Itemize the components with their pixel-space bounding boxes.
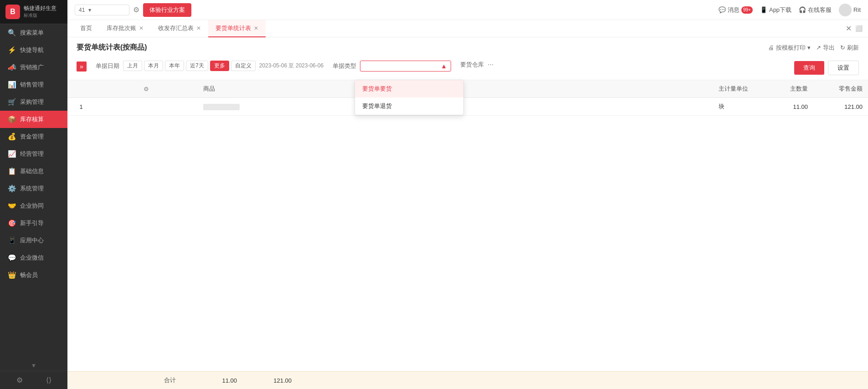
- date-btn-last-month[interactable]: 上月: [123, 61, 142, 71]
- header-actions: 🖨 按模板打印 ▾ ↗ 导出 ↻ 刷新: [768, 44, 859, 52]
- filter-settings-btn[interactable]: 设置: [828, 61, 859, 75]
- sidebar-item-quick-nav[interactable]: ⚡ 快捷导航: [0, 41, 67, 59]
- refresh-icon: ↻: [840, 44, 845, 51]
- topbar-gear-btn[interactable]: ⚙: [133, 5, 139, 14]
- sidebar-scroll-down[interactable]: ▼: [0, 360, 67, 371]
- expand-btn[interactable]: »: [77, 61, 87, 72]
- page-title: 要货单统计表(按商品): [77, 43, 147, 52]
- type-dropdown: 要货单要货 要货单退货: [354, 80, 464, 115]
- avatar: [839, 4, 852, 16]
- tab-reqstat[interactable]: 要货单统计表 ✕: [208, 20, 266, 37]
- logo-text: 畅捷通好生意 标准版: [24, 5, 56, 19]
- sidebar-logo: B 畅捷通好生意 标准版: [0, 0, 67, 24]
- col-header-unit: 主计量单位: [713, 80, 759, 98]
- export-icon: ↗: [816, 44, 821, 51]
- collapse-footer-btn[interactable]: ⟨⟩: [46, 376, 51, 384]
- sidebar-search[interactable]: 🔍 搜索菜单: [0, 24, 67, 41]
- filter-right-btns: 查询 设置: [794, 61, 859, 75]
- footer-amount: 121.00: [237, 377, 292, 384]
- date-btn-this-year[interactable]: 本年: [165, 61, 184, 71]
- org-label: 41: [79, 7, 85, 13]
- tab-home[interactable]: 首页: [73, 20, 99, 37]
- print-icon: 🖨: [768, 44, 774, 51]
- export-btn[interactable]: ↗ 导出: [816, 44, 835, 52]
- warehouse-filter-group: 要货仓库 ···: [460, 61, 493, 69]
- sidebar: B 畅捷通好生意 标准版 🔍 搜索菜单 ⚡ 快捷导航 📣 营销推广 📊 销售管理…: [0, 0, 67, 389]
- table-footer: 合计 11.00 121.00: [67, 371, 868, 389]
- logo-icon: B: [5, 5, 20, 19]
- sidebar-item-guide[interactable]: 🎯 新手引导: [0, 215, 67, 232]
- sidebar-item-wecom[interactable]: 💬 企业微信: [0, 249, 67, 266]
- quick-nav-icon: ⚡: [7, 46, 16, 54]
- settings-footer-btn[interactable]: ⚙: [16, 376, 23, 384]
- sidebar-item-marketing[interactable]: 📣 营销推广: [0, 59, 67, 76]
- finance-icon: 💰: [7, 133, 16, 141]
- table-row: 1 块 11.00 121.00: [67, 98, 868, 116]
- maximize-icon[interactable]: ✕: [846, 24, 852, 33]
- sidebar-item-cooperation[interactable]: 🤝 企业协同: [0, 197, 67, 215]
- tab-shipreceive[interactable]: 收发存汇总表 ✕: [151, 20, 208, 37]
- col-header-amount: 零售金额: [813, 80, 868, 98]
- col-header-num: [67, 80, 95, 98]
- sidebar-item-appstore[interactable]: 📱 应用中心: [0, 232, 67, 249]
- goods-name-placeholder: [203, 104, 240, 110]
- tab-close-shipreceive[interactable]: ✕: [196, 25, 201, 31]
- msg-btn[interactable]: 💬 消息 99+: [719, 6, 753, 14]
- fullscreen-icon[interactable]: ⬜: [855, 25, 863, 32]
- guide-icon: 🎯: [7, 219, 16, 227]
- user-avatar-btn[interactable]: Rit: [839, 4, 861, 16]
- page-header: 要货单统计表(按商品) 🖨 按模板打印 ▾ ↗ 导出 ↻ 刷新: [67, 37, 868, 56]
- main-area: 41 ▾ ⚙ 体验行业方案 💬 消息 99+ 📱 App下载 🎧 在线客服: [67, 0, 868, 389]
- query-btn[interactable]: 查询: [794, 61, 824, 75]
- table-header: ⚙ 商品 主计量单位 主数量 零售金额: [67, 80, 868, 98]
- tabs-bar: 首页 库存批次账 ✕ 收发存汇总表 ✕ 要货单统计表 ✕ ✕ ⬜: [67, 20, 868, 37]
- topbar-right: 💬 消息 99+ 📱 App下载 🎧 在线客服 Rit: [719, 4, 861, 16]
- col-header-settings[interactable]: ⚙: [95, 80, 198, 98]
- sidebar-item-purchase[interactable]: 🛒 采购管理: [0, 93, 67, 111]
- cell-amount-1: 121.00: [813, 98, 868, 116]
- date-btn-this-month[interactable]: 本月: [144, 61, 163, 71]
- sidebar-item-operations[interactable]: 📈 经营管理: [0, 145, 67, 163]
- sidebar-nav: ⚡ 快捷导航 📣 营销推广 📊 销售管理 🛒 采购管理 📦 库存核算 💰 资金管…: [0, 41, 67, 360]
- main-table: ⚙ 商品 主计量单位 主数量 零售金额 1 块 11.00 121.00: [67, 80, 868, 116]
- appstore-icon: 📱: [7, 236, 16, 245]
- print-btn[interactable]: 🖨 按模板打印 ▾: [768, 44, 811, 52]
- operations-icon: 📈: [7, 150, 16, 158]
- refresh-btn[interactable]: ↻ 刷新: [840, 44, 859, 52]
- org-dropdown-icon: ▾: [88, 7, 91, 13]
- industry-btn[interactable]: 体验行业方案: [143, 3, 191, 17]
- date-filter-label: 单据日期: [96, 62, 119, 70]
- member-icon: 👑: [7, 271, 16, 279]
- dropdown-item-yh-return[interactable]: 要货单退货: [355, 97, 463, 115]
- sidebar-item-sales[interactable]: 📊 销售管理: [0, 76, 67, 93]
- tab-close-reqstat[interactable]: ✕: [254, 25, 258, 31]
- date-btn-more[interactable]: 更多: [210, 61, 229, 71]
- cooperation-icon: 🤝: [7, 202, 16, 210]
- warehouse-more-btn[interactable]: ···: [488, 61, 493, 69]
- tab-close-inventory-batch[interactable]: ✕: [139, 25, 144, 31]
- org-selector[interactable]: 41 ▾: [75, 5, 129, 15]
- sidebar-item-inventory[interactable]: 📦 库存核算: [0, 111, 67, 128]
- app-download-btn[interactable]: 📱 App下载: [760, 6, 791, 14]
- tab-inventory-batch[interactable]: 库存批次账 ✕: [99, 20, 151, 37]
- date-btn-custom[interactable]: 自定义: [231, 61, 256, 71]
- type-select[interactable]: ▲: [360, 61, 451, 72]
- col-header-qty: 主数量: [759, 80, 813, 98]
- print-dropdown-icon: ▾: [807, 44, 811, 51]
- service-btn[interactable]: 🎧 在线客服: [799, 6, 832, 14]
- dropdown-item-yh-order[interactable]: 要货单要货: [355, 80, 463, 97]
- cell-num-1: 1: [67, 98, 95, 116]
- purchase-icon: 🛒: [7, 98, 16, 106]
- basic-icon: 📋: [7, 167, 16, 175]
- date-filter-group: 单据日期 上月 本月 本年 近7天 更多 自定义 2023-05-06 至 20…: [96, 61, 324, 71]
- type-select-arrow-icon: ▲: [441, 62, 447, 70]
- date-btn-7days[interactable]: 近7天: [186, 61, 208, 71]
- msg-badge: 99+: [741, 6, 753, 14]
- sidebar-item-member[interactable]: 👑 畅会员: [0, 266, 67, 284]
- sidebar-item-system[interactable]: ⚙️ 系统管理: [0, 180, 67, 197]
- sidebar-item-finance[interactable]: 💰 资金管理: [0, 128, 67, 145]
- cell-unit-1: 块: [713, 98, 759, 116]
- cell-qty-1: 11.00: [759, 98, 813, 116]
- warehouse-label: 要货仓库: [460, 61, 484, 69]
- sidebar-item-basic[interactable]: 📋 基础信息: [0, 163, 67, 180]
